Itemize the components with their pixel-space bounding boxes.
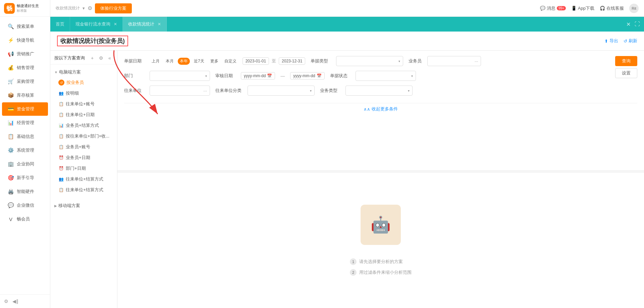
scheme-label: 按以下方案查询 bbox=[54, 55, 87, 61]
scheme-item-counterpart-account[interactable]: 📋 往来单位+账号 bbox=[50, 99, 117, 109]
scheme-item-salesperson-account[interactable]: 📋 业务员+账号 bbox=[50, 142, 117, 152]
hint-text-1: 请先选择要分析的方案 bbox=[359, 259, 403, 265]
user-name: Rit bbox=[632, 6, 636, 10]
user-avatar[interactable]: Rit bbox=[629, 4, 639, 13]
sidebar-item-basic-info[interactable]: 📋 基础信息 bbox=[2, 130, 48, 143]
sidebar-item-sales[interactable]: 💰 销售管理 bbox=[2, 61, 48, 74]
dept-input[interactable]: ▾ bbox=[150, 71, 210, 81]
sidebar-item-marketing[interactable]: 📢 营销推广 bbox=[2, 47, 48, 61]
desktop-group-label: 电脑端方案 bbox=[59, 69, 81, 75]
sidebar-item-inventory[interactable]: 📦 库存核算 bbox=[2, 89, 48, 102]
page-header-actions: ⬆ 导出 ↺ 刷新 bbox=[604, 38, 637, 44]
service-label: 在线客服 bbox=[606, 5, 624, 11]
counterpart-category-label: 往来单位分类 bbox=[215, 88, 242, 94]
date-tab-this-month[interactable]: 本月 bbox=[164, 58, 176, 65]
tab-home-label: 首页 bbox=[56, 21, 64, 27]
scheme-settings-btn[interactable]: ⚙ bbox=[98, 55, 104, 61]
refresh-btn[interactable]: ↺ 刷新 bbox=[624, 38, 637, 44]
date-tab-last7[interactable]: 近7天 bbox=[192, 58, 206, 65]
tab-bank-flow[interactable]: 现金银行流水查询 ✕ bbox=[70, 17, 123, 32]
collapse-sidebar-icon[interactable]: ◀‖ bbox=[12, 299, 18, 304]
counterpart-date-icon: 📋 bbox=[58, 112, 64, 117]
cpp3-icon: 📋 bbox=[58, 187, 64, 193]
content-panel: 按以下方案查询 + ⚙ « ▼ 电脑端方案 ↺ 按业务员 bbox=[50, 51, 644, 308]
sidebar-item-guide[interactable]: 🎯 新手引导 bbox=[2, 171, 48, 185]
sidebar-item-finance[interactable]: 💳 资金管理 bbox=[2, 102, 48, 116]
tab-home[interactable]: 首页 bbox=[50, 17, 70, 32]
header-dropdown-icon[interactable]: ▾ bbox=[83, 6, 85, 11]
sidebar-item-purchase[interactable]: 🛒 采购管理 bbox=[2, 75, 48, 88]
date-to-input[interactable]: 2023-12-31 bbox=[279, 57, 305, 65]
date-tab-last-month[interactable]: 上月 bbox=[150, 58, 162, 65]
nav-icon-marketing: 📢 bbox=[7, 51, 14, 57]
nav-icon-member: V bbox=[7, 216, 14, 222]
scheme-item-by-detail[interactable]: 👥 按明细 bbox=[50, 88, 117, 99]
logo-edition: 标准版 bbox=[17, 8, 39, 13]
sidebar-item-member[interactable]: V 畅会员 bbox=[2, 212, 48, 226]
date-tab-more[interactable]: 更多 bbox=[208, 58, 220, 65]
tab-maximize-icon[interactable]: ⛶ bbox=[635, 21, 640, 27]
date-tabs: 上月 本月 本年 近7天 更多 自定义 bbox=[150, 58, 238, 65]
scheme-collapse-btn[interactable]: « bbox=[106, 55, 113, 61]
doc-status-input[interactable]: ▾ bbox=[356, 71, 416, 81]
salesperson-input[interactable]: ··· bbox=[427, 56, 481, 66]
scheme-item-cp-payment2[interactable]: 👥 往来单位+结算方式 bbox=[50, 174, 117, 185]
settings-footer-icon[interactable]: ⚙ bbox=[4, 299, 8, 304]
doc-type-input[interactable]: ▾ bbox=[336, 56, 403, 66]
nav-icon-purchase: 🛒 bbox=[7, 78, 14, 85]
trial-button[interactable]: 体验行业方案 bbox=[95, 3, 132, 13]
scheme-item-cp-payment3[interactable]: 📋 往来单位+结算方式 bbox=[50, 185, 117, 195]
query-button[interactable]: 查询 bbox=[615, 56, 637, 66]
online-service-btn[interactable]: 🎧 在线客服 bbox=[600, 5, 624, 11]
scheme-item-by-salesperson[interactable]: ↺ 按业务员 bbox=[50, 77, 117, 88]
tab-receipt-stats-close[interactable]: ✕ bbox=[158, 22, 161, 27]
app-download-btn[interactable]: 📱 App下载 bbox=[571, 5, 594, 11]
sidebar-item-wechat[interactable]: 💬 企业微信 bbox=[2, 199, 48, 212]
scheme-item-cd-label: 往来单位+日期 bbox=[66, 112, 95, 118]
date-label: 单据日期 bbox=[124, 58, 144, 64]
message-icon: 💬 bbox=[540, 6, 545, 11]
scheme-group-desktop-title[interactable]: ▼ 电脑端方案 bbox=[50, 67, 117, 77]
scheme-item-salesperson-date[interactable]: ⏰ 业务员+日期 bbox=[50, 152, 117, 163]
sidebar-item-search[interactable]: 🔍 搜索菜单 bbox=[2, 20, 48, 33]
date-from-input[interactable]: 2023-01-01 bbox=[243, 57, 269, 65]
sidebar-item-operations[interactable]: 📊 经营管理 bbox=[2, 116, 48, 130]
scheme-panel-header: 按以下方案查询 + ⚙ « bbox=[50, 55, 117, 64]
scheme-item-counterpart-dept[interactable]: 📋 按往来单位+部门+收... bbox=[50, 131, 117, 142]
header-settings-icon[interactable]: ⚙ bbox=[88, 5, 92, 11]
logo-name: 畅捷通好生意 bbox=[17, 3, 39, 8]
sidebar-item-enterprise[interactable]: 🏢 企业协同 bbox=[2, 157, 48, 171]
scheme-add-btn[interactable]: + bbox=[89, 55, 96, 61]
date-tab-custom[interactable]: 自定义 bbox=[222, 58, 238, 65]
mobile-group-label: 移动端方案 bbox=[58, 203, 80, 209]
sidebar-item-quick-nav[interactable]: ⚡ 快捷导航 bbox=[2, 34, 48, 47]
counterpart-category-input[interactable]: ▾ bbox=[248, 86, 315, 96]
review-date-to[interactable]: yyyy-mm-dd 📅 bbox=[290, 72, 324, 80]
scheme-item-sa-label: 业务员+账号 bbox=[66, 144, 90, 150]
date-tab-this-year[interactable]: 本年 bbox=[178, 58, 190, 65]
nav-icon-enterprise: 🏢 bbox=[7, 161, 14, 167]
collapse-filter-bar[interactable]: ∧∧ 收起更多条件 bbox=[124, 103, 637, 115]
nav-icon-inventory: 📦 bbox=[7, 92, 14, 99]
messages-btn[interactable]: 💬 消息 99+ bbox=[540, 5, 566, 11]
tab-bank-flow-close[interactable]: ✕ bbox=[114, 22, 117, 27]
scheme-item-dept-date[interactable]: ⏰ 部门+日期 bbox=[50, 163, 117, 174]
nav-icon-hardware: 🖨️ bbox=[7, 188, 14, 195]
scheme-item-salesperson-payment[interactable]: 📊 业务员+结算方式 bbox=[50, 120, 117, 131]
tab-close-all-icon[interactable]: ✕ bbox=[626, 21, 631, 28]
nav-label-purchase: 采购管理 bbox=[17, 79, 34, 85]
biz-type-input[interactable]: ▾ bbox=[345, 86, 413, 96]
sidebar-item-hardware[interactable]: 🖨️ 智能硬件 bbox=[2, 185, 48, 198]
counterpart-label: 往来单位 bbox=[124, 88, 144, 94]
scheme-item-counterpart-date[interactable]: 📋 往来单位+日期 bbox=[50, 109, 117, 120]
review-separator: — bbox=[280, 73, 285, 79]
review-date-from[interactable]: yyyy-mm-dd 📅 bbox=[241, 72, 275, 80]
export-btn[interactable]: ⬆ 导出 bbox=[604, 38, 618, 44]
counterpart-input[interactable]: ··· bbox=[150, 86, 210, 96]
scheme-group-mobile-title[interactable]: ▶ 移动端方案 bbox=[50, 201, 117, 211]
dept-chevron: ▾ bbox=[205, 74, 207, 78]
tab-receipt-stats[interactable]: 收款情况统计 ✕ bbox=[123, 17, 167, 32]
sidebar-item-system[interactable]: ⚙️ 系统管理 bbox=[2, 144, 48, 157]
message-badge: 99+ bbox=[557, 6, 566, 10]
settings-button[interactable]: 设置 bbox=[615, 68, 637, 78]
